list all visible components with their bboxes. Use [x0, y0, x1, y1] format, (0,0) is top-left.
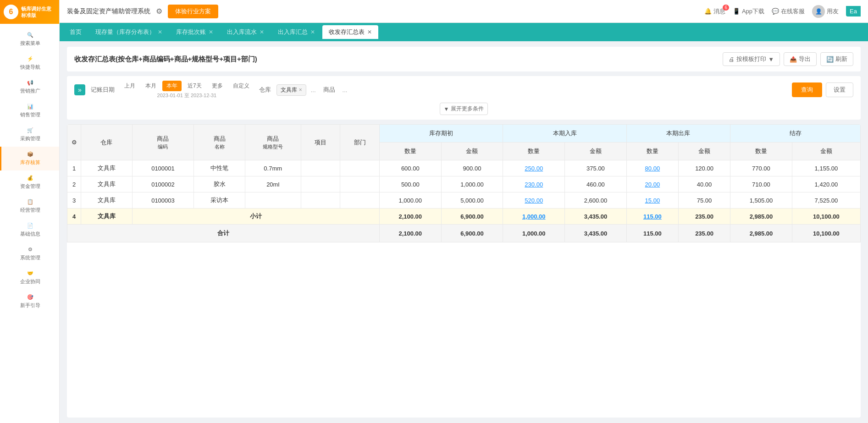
sidebar-item-operations[interactable]: 📋 经营管理 [0, 194, 59, 218]
tab-inout-flow[interactable]: 出入库流水 ✕ [221, 25, 271, 39]
sidebar-item-label: 销售管理 [20, 111, 40, 118]
tab-inout-flow-close[interactable]: ✕ [260, 29, 264, 35]
tab-stock-dist-label: 现存量（库存分布表） [95, 28, 155, 36]
date-btn-this-year[interactable]: 本年 [162, 81, 182, 91]
tab-batch-close[interactable]: ✕ [209, 29, 213, 35]
row2-open-qty: 500.00 [379, 176, 441, 192]
row2-warehouse: 文具库 [81, 176, 133, 192]
date-btn-more[interactable]: 更多 [208, 81, 227, 91]
sidebar-item-search[interactable]: 🔍 搜索菜单 [0, 27, 59, 51]
row3-warehouse: 文具库 [81, 192, 133, 209]
export-button[interactable]: 📤 导出 [784, 52, 817, 66]
sidebar-item-sales[interactable]: 📊 销售管理 [0, 99, 59, 123]
goods-dots[interactable]: ... [341, 87, 349, 93]
message-bell-icon: 🔔 [704, 8, 712, 15]
settings-icon[interactable]: ⚙ [156, 7, 162, 16]
sidebar-item-marketing[interactable]: 📢 营销推广 [0, 75, 59, 99]
sidebar-item-label: 基础信息 [20, 231, 40, 237]
date-btn-last-month[interactable]: 上月 [120, 81, 139, 91]
th-bal-qty: 数量 [730, 143, 792, 160]
message-action[interactable]: 🔔 消息 6 [704, 7, 725, 16]
date-btn-custom[interactable]: 自定义 [229, 81, 254, 91]
page-actions: 🖨 按模板打印 ▼ 📤 导出 🔄 刷新 [723, 52, 853, 66]
sidebar-item-label: 资金管理 [20, 183, 40, 190]
row2-no: 2 [67, 176, 81, 192]
tab-inout-summary-close[interactable]: ✕ [310, 29, 315, 35]
sidebar-item-system[interactable]: ⚙ 系统管理 [0, 242, 59, 266]
row2-out-qty[interactable]: 20.00 [626, 176, 678, 192]
data-table: ⚙ 仓库 商品编码 商品名称 商品规格型号 项目 部门 库存期初 本期入库 本期… [67, 124, 861, 242]
inventory-icon: 📦 [27, 151, 33, 157]
tab-recv-send-close[interactable]: ✕ [367, 29, 372, 35]
page-header: 收发存汇总表(按仓库+商品编码+商品+规格型号+项目+部门) 🖨 按模板打印 ▼… [67, 47, 861, 71]
sidebar-item-basic-info[interactable]: 📄 基础信息 [0, 218, 59, 242]
th-warehouse: 仓库 [81, 125, 133, 160]
subtotal-name: 小计 [132, 209, 379, 225]
date-btn-7days[interactable]: 近7天 [183, 81, 206, 91]
sidebar-item-guide[interactable]: 🎯 新手引导 [0, 290, 59, 313]
row1-bal-qty: 770.00 [730, 160, 792, 176]
row2-name: 胶水 [194, 176, 245, 192]
app-download-label: App下载 [742, 7, 764, 16]
tab-recv-send[interactable]: 收发存汇总表 ✕ [322, 25, 378, 39]
sidebar-item-quick-nav[interactable]: ⚡ 快捷导航 [0, 51, 59, 75]
warehouse-tag-close[interactable]: × [299, 87, 302, 93]
ea-badge: Ea [846, 6, 861, 16]
total-in-qty: 1,000.00 [503, 225, 565, 242]
sidebar-item-label: 快捷导航 [20, 64, 40, 71]
tab-batch[interactable]: 库存批次账 ✕ [170, 25, 220, 39]
online-service-action[interactable]: 💬 在线客服 [772, 7, 805, 16]
print-button[interactable]: 🖨 按模板打印 ▼ [723, 52, 780, 66]
tab-stock-dist[interactable]: 现存量（库存分布表） ✕ [89, 25, 169, 39]
subtotal-in-qty[interactable]: 1,000.00 [503, 209, 565, 225]
sidebar-item-finance[interactable]: 💰 资金管理 [0, 170, 59, 194]
th-bal-amt: 金额 [792, 143, 860, 160]
subtotal-open-qty: 2,100.00 [379, 209, 441, 225]
query-button[interactable]: 查询 [792, 82, 822, 97]
row2-dept [340, 176, 380, 192]
table-area: ⚙ 仓库 商品编码 商品名称 商品规格型号 项目 部门 库存期初 本期入库 本期… [67, 124, 861, 418]
trial-button[interactable]: 体验行业方案 [168, 5, 218, 18]
refresh-button[interactable]: 🔄 刷新 [820, 52, 853, 66]
purchase-icon: 🛒 [27, 127, 33, 133]
row2-in-qty[interactable]: 230.00 [503, 176, 565, 192]
row1-project [301, 160, 340, 176]
row3-in-qty[interactable]: 520.00 [503, 192, 565, 209]
table-settings-col[interactable]: ⚙ [67, 125, 81, 160]
table-row: 2 文具库 0100002 胶水 20ml 500.00 1,000.00 23… [67, 176, 861, 192]
user-label: 用友 [827, 7, 839, 16]
warehouse-dots[interactable]: ... [309, 87, 318, 93]
row1-open-qty: 600.00 [379, 160, 441, 176]
row1-in-qty[interactable]: 250.00 [503, 160, 565, 176]
basic-info-icon: 📄 [27, 223, 33, 229]
total-row: 合计 2,100.00 6,900.00 1,000.00 3,435.00 1… [67, 225, 861, 242]
row3-out-qty[interactable]: 15.00 [626, 192, 678, 209]
filter-toggle-button[interactable]: » [74, 84, 85, 95]
warehouse-tag: 文具库 × [276, 84, 306, 96]
user-action[interactable]: 👤 用友 [812, 5, 839, 18]
tab-home-label: 首页 [70, 28, 82, 36]
expand-conditions-button[interactable]: ▼ 展开更多条件 [440, 103, 488, 115]
set-button[interactable]: 设置 [826, 82, 853, 97]
expand-row: ▼ 展开更多条件 [74, 103, 853, 115]
date-filter-label: 记账日期 [91, 86, 115, 94]
tab-inout-summary[interactable]: 出入库汇总 ✕ [271, 25, 321, 39]
sidebar-item-inventory[interactable]: 📦 库存核算 [0, 147, 59, 170]
date-filter: 上月 本月 本年 近7天 更多 自定义 2023-01-01 至 2023-12… [120, 81, 254, 99]
tab-stock-dist-close[interactable]: ✕ [158, 29, 162, 35]
row1-out-qty[interactable]: 80.00 [626, 160, 678, 176]
app-download-action[interactable]: 📱 App下载 [733, 7, 764, 16]
row1-bal-amt: 1,155.00 [792, 160, 860, 176]
tab-home[interactable]: 首页 [63, 25, 88, 39]
subtotal-no: 4 [67, 209, 81, 225]
sidebar-item-purchase[interactable]: 🛒 采购管理 [0, 123, 59, 147]
sidebar-item-enterprise[interactable]: 🤝 企业协同 [0, 266, 59, 290]
date-btn-this-month[interactable]: 本月 [141, 81, 160, 91]
filter-row: » 记账日期 上月 本月 本年 近7天 更多 自定义 2023-01-01 至 … [74, 81, 853, 99]
th-name: 商品名称 [194, 125, 245, 160]
subtotal-out-qty[interactable]: 115.00 [626, 209, 678, 225]
operations-icon: 📋 [27, 199, 33, 205]
row3-open-amt: 5,000.00 [441, 192, 503, 209]
th-opening: 库存期初 [379, 125, 503, 143]
search-menu-icon: 🔍 [27, 32, 33, 38]
